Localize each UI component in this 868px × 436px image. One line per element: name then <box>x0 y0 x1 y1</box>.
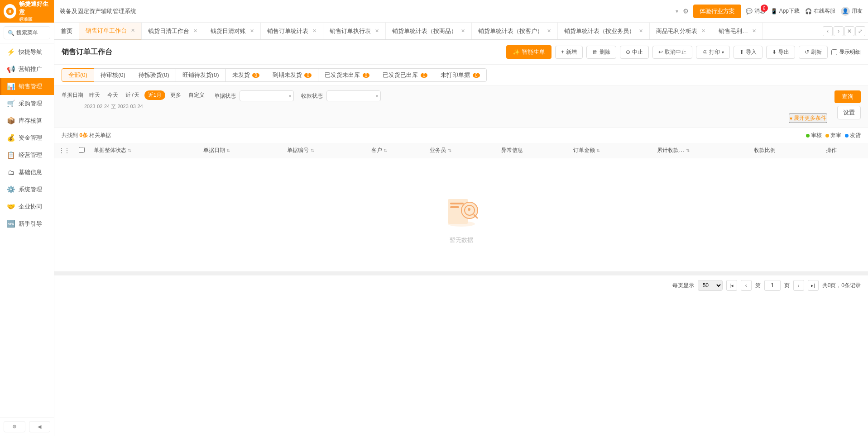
sidebar-item-base[interactable]: 🗂 基础信息 <box>0 164 54 181</box>
online-support-button[interactable]: 🎧 在线客服 <box>805 7 835 15</box>
delete-button[interactable]: 🗑 删除 <box>586 46 616 59</box>
tab-daily-clear[interactable]: 钱货日清工作台 ✕ <box>142 23 204 40</box>
col-number-sort-icon[interactable]: ⇅ <box>311 148 314 153</box>
tab-sales-staff-close[interactable]: ✕ <box>639 28 643 34</box>
tab-expand-button[interactable]: ⤢ <box>855 26 865 36</box>
horizontal-scrollbar[interactable] <box>54 271 868 275</box>
status-select[interactable] <box>240 90 294 101</box>
tab-daily-reconcile[interactable]: 钱货日清对账 ✕ <box>204 23 261 40</box>
col-date-sort-icon[interactable]: ⇅ <box>226 148 230 153</box>
tab-sales-product-close[interactable]: ✕ <box>461 28 465 34</box>
filter-setting-button[interactable]: 设置 <box>837 106 861 119</box>
sidebar-item-sales[interactable]: 📊 销售管理 <box>0 78 54 95</box>
expand-filter-button[interactable]: ▾ 展开更多条件 <box>789 114 827 123</box>
filter-tab-shipped-out[interactable]: 已发货已出库 0 <box>376 68 434 82</box>
app-logo-icon <box>4 4 16 19</box>
next-page-button[interactable]: › <box>793 280 804 291</box>
tab-sales-staff-label: 销货单统计表（按业务员） <box>564 27 635 35</box>
col-status-sort-icon[interactable]: ⇅ <box>128 148 131 153</box>
tab-sales-exec[interactable]: 销售订单执行表 ✕ <box>323 23 386 40</box>
tab-close-all-button[interactable]: ✕ <box>844 26 854 36</box>
tab-daily-clear-label: 钱货日清工作台 <box>148 27 189 35</box>
user-menu-button[interactable]: 👤 用友 <box>841 7 863 16</box>
sidebar-item-operations[interactable]: 📋 经营管理 <box>0 147 54 164</box>
filter-tab-pending-audit[interactable]: 待审核(0) <box>94 68 132 82</box>
col-staff-sort-icon[interactable]: ⇅ <box>448 148 451 153</box>
filter-tab-shipped-not-out[interactable]: 已发货未出库 0 <box>318 68 376 82</box>
tab-sales-product[interactable]: 销货单统计表（按商品） ✕ <box>386 23 472 40</box>
collapse-sidebar-button[interactable]: ◀ <box>29 421 51 432</box>
show-detail-label: 显示明细 <box>839 48 861 56</box>
tab-profit-close[interactable]: ✕ <box>701 28 705 34</box>
import-button[interactable]: ⬆ 导入 <box>734 46 762 59</box>
unaudit-button[interactable]: 弃审 <box>825 132 841 139</box>
per-page-select[interactable]: 50 100 <box>698 280 723 291</box>
app-download-button[interactable]: 📱 App下载 <box>771 7 800 15</box>
date-link-1month[interactable]: 近1月 <box>144 90 166 100</box>
sidebar-item-inventory[interactable]: 📦 库存核算 <box>0 112 54 129</box>
sidebar-item-marketing[interactable]: 📢 营销推广 <box>0 61 54 78</box>
sidebar-item-finance[interactable]: 💰 资金管理 <box>0 129 54 147</box>
col-amount-sort-icon[interactable]: ⇅ <box>596 148 600 153</box>
filter-tab-not-shipped[interactable]: 未发货 0 <box>225 68 266 82</box>
filter-tab-wangpu-ship[interactable]: 旺铺待发货(0) <box>176 68 226 82</box>
sidebar-item-quick-nav[interactable]: ⚡ 快捷导航 <box>0 43 54 61</box>
add-button[interactable]: + 新增 <box>555 46 583 59</box>
last-page-button[interactable]: ▸| <box>808 280 819 291</box>
audit-button[interactable]: 审核 <box>806 132 822 139</box>
industry-solution-button[interactable]: 体验行业方案 <box>693 5 741 18</box>
tab-daily-reconcile-close[interactable]: ✕ <box>250 28 254 34</box>
filter-tab-overdue-ship[interactable]: 到期未发货 0 <box>266 68 318 82</box>
print-button[interactable]: 🖨 打印 ▾ <box>696 46 730 59</box>
date-link-today[interactable]: 今天 <box>105 90 120 100</box>
sidebar-item-purchase[interactable]: 🛒 采购管理 <box>0 95 54 112</box>
stop-button[interactable]: ⊙ 中止 <box>620 46 649 59</box>
tab-prev-button[interactable]: ‹ <box>823 26 833 36</box>
collection-select[interactable] <box>326 90 381 101</box>
date-link-custom[interactable]: 自定义 <box>186 90 207 100</box>
show-detail-toggle[interactable]: 显示明细 <box>831 48 861 56</box>
tab-sales-stat-close[interactable]: ✕ <box>312 28 317 34</box>
tab-sales-stat[interactable]: 销售订单统计表 ✕ <box>261 23 323 40</box>
tab-sales-profit[interactable]: 销售毛利… ✕ <box>712 23 763 40</box>
select-all-checkbox[interactable] <box>79 147 85 153</box>
tab-sales-order-close[interactable]: ✕ <box>131 28 135 33</box>
ship-button[interactable]: 发货 <box>845 132 861 139</box>
date-link-yesterday[interactable]: 昨天 <box>87 90 102 100</box>
settings-gear-button[interactable]: ⚙ <box>4 421 25 432</box>
tab-sales-staff[interactable]: 销货单统计表（按业务员） ✕ <box>558 23 650 40</box>
page-number-input[interactable] <box>764 280 781 291</box>
date-link-more[interactable]: 更多 <box>168 90 183 100</box>
tab-sales-exec-close[interactable]: ✕ <box>375 28 379 34</box>
first-page-button[interactable]: |◂ <box>726 280 737 291</box>
tab-sales-customer-close[interactable]: ✕ <box>547 28 551 34</box>
filter-tab-pending-inspect[interactable]: 待拣验货(0) <box>132 68 176 82</box>
export-button[interactable]: ⬇ 导出 <box>766 46 795 59</box>
query-button[interactable]: 查询 <box>834 90 861 103</box>
tab-next-button[interactable]: › <box>834 26 844 36</box>
sidebar-item-cooperation[interactable]: 🤝 企业协同 <box>0 198 54 215</box>
col-customer-sort-icon[interactable]: ⇅ <box>384 148 387 153</box>
search-menu-button[interactable]: 🔍 搜索菜单 <box>4 26 50 39</box>
filter-tab-not-printed[interactable]: 未打印单据 0 <box>434 68 486 82</box>
tab-sales-profit-close[interactable]: ✕ <box>752 28 756 34</box>
sidebar-item-system[interactable]: ⚙️ 系统管理 <box>0 181 54 198</box>
header-gear-button[interactable]: ⚙ <box>683 7 689 15</box>
download-icon: 📱 <box>771 8 777 14</box>
col-status-label: 单据整体状态 <box>94 147 126 153</box>
tab-sales-order[interactable]: 销售订单工作台 ✕ <box>79 23 142 40</box>
sidebar-item-guide[interactable]: 🆕 新手引导 <box>0 215 54 232</box>
smart-create-button[interactable]: ✨ 智能生单 <box>506 45 551 59</box>
refresh-button[interactable]: ↺ 刷新 <box>799 46 828 59</box>
message-button[interactable]: 💬 消息 6 <box>746 7 765 15</box>
tab-profit[interactable]: 商品毛利分析表 ✕ <box>650 23 712 40</box>
filter-tab-all[interactable]: 全部(0) <box>62 68 94 82</box>
date-link-7days[interactable]: 近7天 <box>123 90 142 100</box>
col-collected-sort-icon[interactable]: ⇅ <box>686 148 690 153</box>
tab-daily-clear-close[interactable]: ✕ <box>193 28 197 34</box>
prev-page-button[interactable]: ‹ <box>741 280 752 291</box>
tab-sales-customer[interactable]: 销货单统计表（按客户） ✕ <box>472 23 558 40</box>
cancel-stop-button[interactable]: ↩ 取消中止 <box>652 46 692 59</box>
tab-home[interactable]: 首页 <box>54 23 79 40</box>
show-detail-checkbox[interactable] <box>831 49 837 55</box>
